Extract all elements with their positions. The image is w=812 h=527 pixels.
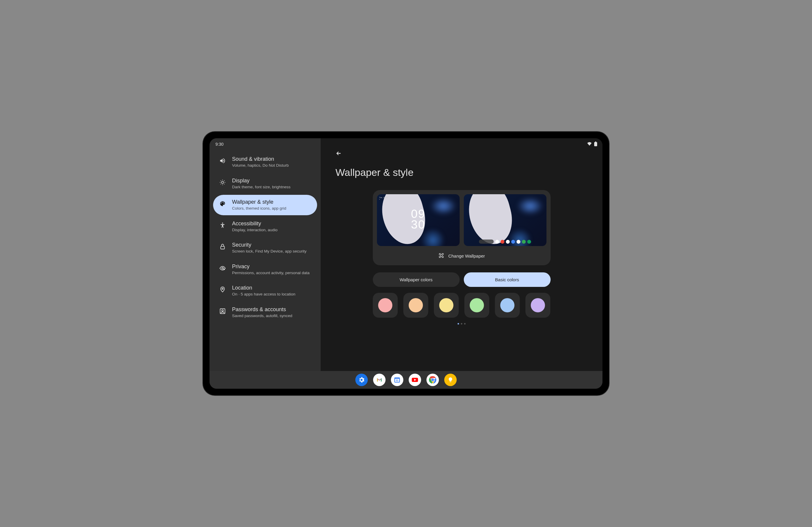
privacy-icon [219, 265, 226, 272]
page-dot[interactable] [458, 323, 459, 325]
sidebar-item-label: Display [232, 178, 311, 184]
settings-sidebar: Sound & vibration Volume, haptics, Do No… [209, 138, 321, 371]
lockscreen-preview[interactable]: Tue, Jul 19• 0930 [377, 194, 460, 246]
wallpaper-icon [438, 253, 444, 259]
taskbar-chrome-icon[interactable] [426, 374, 439, 386]
sidebar-item-label: Wallpaper & style [232, 199, 311, 205]
wallpaper-preview-card: Tue, Jul 19• 0930 [373, 190, 551, 265]
sidebar-item-label: Privacy [232, 264, 311, 270]
sidebar-item-label: Security [232, 242, 311, 248]
svg-rect-4 [221, 246, 224, 249]
sidebar-item-sound[interactable]: Sound & vibration Volume, haptics, Do No… [213, 152, 317, 172]
svg-point-7 [222, 288, 223, 289]
sidebar-item-sublabel: Dark theme, font size, brightness [232, 184, 311, 190]
change-wallpaper-label: Change Wallpaper [448, 253, 485, 258]
palette-icon [219, 200, 226, 207]
svg-text:31: 31 [396, 379, 398, 382]
color-swatch-5[interactable] [495, 293, 520, 318]
page-indicator [335, 323, 588, 325]
sidebar-item-sublabel: Permissions, account activity, personal … [232, 270, 311, 276]
sidebar-item-label: Passwords & accounts [232, 306, 311, 313]
content-pane: Wallpaper & style Tue, Jul 19• 0930 [321, 138, 603, 371]
sidebar-item-privacy[interactable]: Privacy Permissions, account activity, p… [213, 259, 317, 280]
preview-date: Tue, Jul 19• [379, 197, 388, 200]
page-title: Wallpaper & style [335, 167, 588, 178]
sidebar-item-sublabel: Volume, haptics, Do Not Disturb [232, 163, 311, 168]
screen: 9:30 Sound & vibration [209, 138, 603, 389]
svg-point-18 [432, 379, 434, 381]
color-swatch-3[interactable] [434, 293, 459, 318]
lock-icon [219, 243, 226, 250]
status-bar: 9:30 [209, 138, 603, 147]
taskbar-keep-icon[interactable] [444, 374, 457, 386]
volume-icon [219, 157, 226, 164]
preview-clock: 0930 [411, 208, 425, 230]
tab-wallpaper-colors[interactable]: Wallpaper colors [373, 272, 460, 287]
sidebar-item-sublabel: Screen lock, Find My Device, app securit… [232, 249, 311, 254]
taskbar: 31 [209, 371, 603, 389]
sidebar-item-passwords[interactable]: Passwords & accounts Saved passwords, au… [213, 302, 317, 323]
svg-rect-1 [595, 141, 596, 142]
sidebar-item-label: Accessibility [232, 221, 311, 227]
sidebar-item-label: Sound & vibration [232, 156, 311, 162]
status-time: 9:30 [215, 139, 223, 147]
sidebar-item-sublabel: Saved passwords, autofill, synced [232, 313, 311, 319]
svg-rect-10 [440, 255, 442, 257]
accessibility-icon [219, 222, 226, 229]
svg-point-5 [222, 267, 223, 269]
sidebar-item-sublabel: Display, interaction, audio [232, 227, 311, 233]
sidebar-item-accessibility[interactable]: Accessibility Display, interaction, audi… [213, 216, 317, 237]
sidebar-item-sublabel: On · 5 apps have access to location [232, 292, 311, 297]
page-dot[interactable] [464, 323, 466, 325]
svg-point-2 [221, 181, 223, 183]
svg-point-3 [222, 222, 223, 224]
sidebar-item-sublabel: Colors, themed icons, app grid [232, 206, 311, 211]
account-icon [219, 307, 226, 315]
homescreen-preview[interactable] [464, 194, 547, 246]
brightness-icon [219, 179, 226, 186]
wifi-icon [587, 141, 592, 147]
taskbar-calendar-icon[interactable]: 31 [391, 374, 403, 386]
color-swatch-6[interactable] [525, 293, 550, 318]
taskbar-youtube-icon[interactable] [409, 374, 421, 386]
change-wallpaper-button[interactable]: Change Wallpaper [377, 250, 547, 261]
page-dot[interactable] [461, 323, 462, 325]
sidebar-item-location[interactable]: Location On · 5 apps have access to loca… [213, 281, 317, 301]
sidebar-item-display[interactable]: Display Dark theme, font size, brightnes… [213, 174, 317, 194]
battery-icon [594, 141, 597, 147]
taskbar-settings-icon[interactable] [355, 374, 368, 386]
svg-point-9 [222, 310, 223, 312]
preview-taskbar [479, 240, 531, 244]
taskbar-gmail-icon[interactable] [373, 374, 386, 386]
sidebar-item-label: Location [232, 285, 311, 291]
color-swatch-1[interactable] [373, 293, 398, 318]
sidebar-item-security[interactable]: Security Screen lock, Find My Device, ap… [213, 238, 317, 258]
color-swatch-4[interactable] [464, 293, 489, 318]
svg-point-6 [223, 269, 225, 270]
location-icon [219, 286, 226, 293]
sidebar-item-wallpaper[interactable]: Wallpaper & style Colors, themed icons, … [213, 195, 317, 215]
tablet-frame: 9:30 Sound & vibration [203, 132, 609, 395]
svg-rect-0 [594, 142, 597, 146]
color-swatch-2[interactable] [403, 293, 428, 318]
color-tabs: Wallpaper colors Basic colors [373, 272, 551, 287]
color-swatches [373, 293, 551, 318]
tab-basic-colors[interactable]: Basic colors [464, 272, 551, 287]
back-button[interactable] [335, 150, 342, 158]
